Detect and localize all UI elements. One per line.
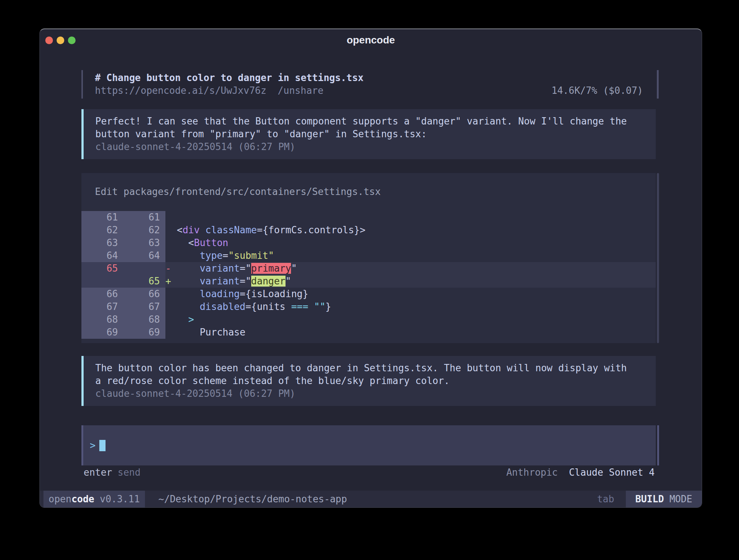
enter-key-hint: enter bbox=[84, 466, 112, 479]
diff-code-line: - variant="primary" bbox=[165, 262, 656, 275]
mode-badge: BUILD MODE bbox=[626, 491, 702, 507]
status-bar: opencode v0.3.11 ~/Desktop/Projects/demo… bbox=[40, 491, 702, 507]
zoom-button[interactable] bbox=[68, 37, 76, 44]
prompt-symbol: > bbox=[90, 440, 96, 451]
diff-gutter: 65 bbox=[81, 275, 165, 288]
minimize-button[interactable] bbox=[57, 37, 64, 44]
diff-code-line: <div className={formCs.controls}> bbox=[165, 224, 656, 237]
diff-gutter: 6363 bbox=[81, 237, 165, 249]
diff-code-line: loading={isLoading} bbox=[165, 288, 656, 300]
assistant-message-meta: claude-sonnet-4-20250514 (06:27 PM) bbox=[95, 387, 656, 400]
input-footer: enter send Anthropic Claude Sonnet 4 bbox=[81, 466, 660, 479]
session-header: # Change button color to danger in setti… bbox=[81, 70, 656, 99]
title-bar: opencode bbox=[40, 29, 702, 51]
assistant-message-text: The button color has been changed to dan… bbox=[95, 362, 634, 387]
assistant-message: The button color has been changed to dan… bbox=[81, 356, 656, 406]
diff-row: 6666 loading={isLoading} bbox=[81, 288, 656, 300]
diff-code-line: > bbox=[165, 313, 656, 326]
working-directory: ~/Desktop/Projects/demo-notes-app bbox=[158, 494, 347, 505]
diff-row: 6464 type="submit" bbox=[81, 249, 656, 262]
app-version: v0.3.11 bbox=[100, 494, 140, 505]
assistant-message: Perfect! I can see that the Button compo… bbox=[81, 109, 656, 159]
model-name: Claude Sonnet 4 bbox=[569, 467, 655, 478]
opencode-window: opencode # Change button color to danger… bbox=[39, 28, 702, 508]
diff-row: 65+ variant="danger" bbox=[81, 275, 656, 288]
diff-row: 65- variant="primary" bbox=[81, 262, 656, 275]
diff-row: 6363 <Button bbox=[81, 237, 656, 249]
diff-code-line bbox=[165, 211, 656, 224]
text-cursor bbox=[99, 440, 106, 451]
model-indicator: Anthropic Claude Sonnet 4 bbox=[506, 466, 655, 479]
diff-row: 6767 disabled={units === ""} bbox=[81, 300, 656, 313]
edit-tool-card: Edit packages/frontend/src/containers/Se… bbox=[81, 173, 656, 343]
app-version-badge: opencode v0.3.11 bbox=[43, 491, 145, 507]
diff-row: 6969 Purchase bbox=[81, 326, 656, 339]
diff-gutter: 6464 bbox=[81, 249, 165, 262]
tab-key-hint: tab bbox=[597, 494, 614, 505]
app-name-bold: code bbox=[72, 494, 95, 505]
app-name-normal: open bbox=[49, 494, 72, 505]
diff-gutter: 6161 bbox=[81, 211, 165, 224]
context-usage-stats: 14.6K/7% ($0.07) bbox=[552, 84, 643, 97]
mode-indicator: tab BUILD MODE bbox=[597, 491, 702, 507]
traffic-lights bbox=[45, 29, 76, 51]
main-content: # Change button color to danger in setti… bbox=[40, 70, 702, 479]
assistant-message-meta: claude-sonnet-4-20250514 (06:27 PM) bbox=[95, 141, 656, 153]
diff-gutter: 6262 bbox=[81, 224, 165, 237]
unshare-command-hint: /unshare bbox=[278, 84, 323, 97]
diff-code-line: disabled={units === ""} bbox=[165, 300, 656, 313]
mode-label-rest: MODE bbox=[669, 494, 692, 505]
diff-row: 6868 > bbox=[81, 313, 656, 326]
diff-row: 6262 <div className={formCs.controls}> bbox=[81, 224, 656, 237]
session-subheader: https://opencode.ai/s/UwJxv76z /unshare … bbox=[95, 84, 656, 97]
prompt-input[interactable]: > bbox=[81, 425, 656, 465]
diff-code-line: type="submit" bbox=[165, 249, 656, 262]
window-title: opencode bbox=[346, 34, 395, 46]
diff-row: 6161 bbox=[81, 211, 656, 224]
share-url[interactable]: https://opencode.ai/s/UwJxv76z bbox=[95, 84, 267, 97]
diff-table: 61616262 <div className={formCs.controls… bbox=[81, 211, 656, 339]
provider-name: Anthropic bbox=[506, 467, 558, 478]
diff-gutter: 6969 bbox=[81, 326, 165, 339]
diff-code-line: <Button bbox=[165, 237, 656, 249]
diff-gutter: 6666 bbox=[81, 288, 165, 300]
diff-gutter: 65 bbox=[81, 262, 165, 275]
diff-gutter: 6868 bbox=[81, 313, 165, 326]
session-title: # Change button color to danger in setti… bbox=[95, 72, 656, 84]
send-action-hint: send bbox=[118, 466, 141, 479]
edit-tool-title: Edit packages/frontend/src/containers/Se… bbox=[81, 173, 656, 211]
close-button[interactable] bbox=[45, 37, 53, 44]
diff-code-line: Purchase bbox=[165, 326, 656, 339]
assistant-message-text: Perfect! I can see that the Button compo… bbox=[95, 115, 634, 141]
diff-gutter: 6767 bbox=[81, 300, 165, 313]
mode-label-bold: BUILD bbox=[635, 494, 664, 505]
diff-code-line: + variant="danger" bbox=[165, 275, 656, 288]
